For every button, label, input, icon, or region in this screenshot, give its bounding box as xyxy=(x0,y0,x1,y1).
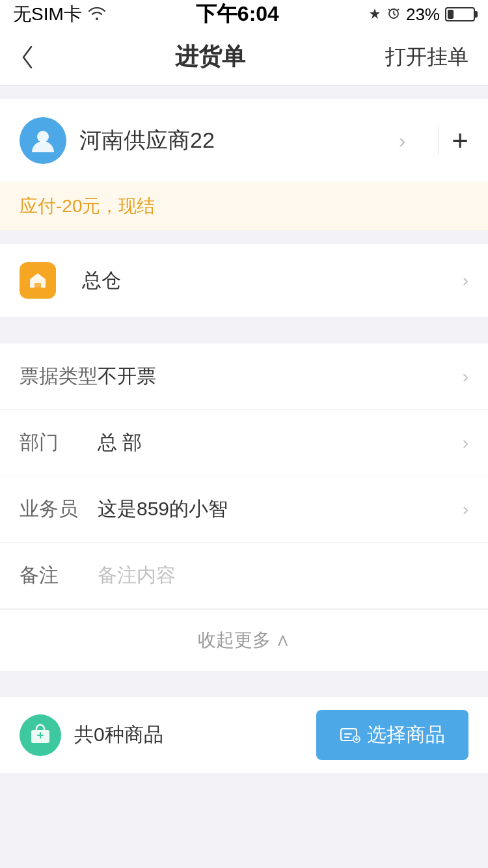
notice-banner: 应付-20元，现结 xyxy=(0,182,488,231)
warehouse-chevron-icon: › xyxy=(463,270,468,291)
status-left: 无SIM卡 xyxy=(13,2,107,27)
location-icon xyxy=(368,5,381,25)
carrier-label: 无SIM卡 xyxy=(13,2,82,27)
salesperson-label: 业务员 xyxy=(20,496,98,522)
department-row[interactable]: 部门 总 部 › xyxy=(0,410,488,476)
wifi-icon xyxy=(87,4,107,25)
time-label: 下午6:04 xyxy=(196,0,279,29)
battery-icon xyxy=(445,7,475,21)
remarks-label: 备注 xyxy=(20,562,98,589)
select-product-label: 选择商品 xyxy=(367,722,445,748)
product-icon xyxy=(20,714,61,756)
salesperson-row[interactable]: 业务员 这是859的小智 › xyxy=(0,476,488,543)
vertical-divider xyxy=(438,126,439,155)
invoice-type-row[interactable]: 票据类型 不开票 › xyxy=(0,344,488,410)
supplier-avatar xyxy=(20,117,66,164)
department-chevron-icon: › xyxy=(463,433,468,454)
open-pending-button[interactable]: 打开挂单 xyxy=(385,43,468,72)
warehouse-icon xyxy=(20,262,56,299)
collapse-button[interactable]: 收起更多 ∧ xyxy=(0,609,488,671)
supplier-chevron-icon: › xyxy=(399,129,406,153)
section-gap-4 xyxy=(0,671,488,684)
svg-rect-2 xyxy=(34,283,41,288)
warehouse-row[interactable]: 总仓 › xyxy=(0,244,488,318)
bottom-bar: 共0种商品 选择商品 xyxy=(0,697,488,773)
section-gap-1 xyxy=(0,86,488,99)
remarks-row[interactable]: 备注 备注内容 xyxy=(0,543,488,609)
department-value: 总 部 xyxy=(98,429,463,456)
department-label: 部门 xyxy=(20,429,98,456)
remarks-input[interactable]: 备注内容 xyxy=(98,562,468,589)
product-count-label: 共0种商品 xyxy=(74,722,316,748)
page-title: 进货单 xyxy=(175,41,245,73)
add-supplier-button[interactable]: + xyxy=(452,124,468,157)
salesperson-chevron-icon: › xyxy=(463,499,468,520)
supplier-row[interactable]: 河南供应商22 › + xyxy=(0,99,488,182)
svg-point-1 xyxy=(37,131,49,142)
salesperson-value: 这是859的小智 xyxy=(98,496,463,522)
status-right: 23% xyxy=(368,5,475,25)
invoice-type-value: 不开票 xyxy=(98,363,463,390)
section-gap-3 xyxy=(0,318,488,331)
select-product-button[interactable]: 选择商品 xyxy=(316,710,468,760)
invoice-type-chevron-icon: › xyxy=(463,366,468,387)
nav-bar: 进货单 打开挂单 xyxy=(0,29,488,86)
section-gap-2 xyxy=(0,231,488,244)
form-section: 票据类型 不开票 › 部门 总 部 › 业务员 这是859的小智 › 备注 备注… xyxy=(0,344,488,671)
notice-text: 应付-20元，现结 xyxy=(20,196,155,216)
supplier-section: 河南供应商22 › + 应付-20元，现结 xyxy=(0,99,488,231)
warehouse-name: 总仓 xyxy=(82,267,463,294)
battery-percent: 23% xyxy=(406,5,440,25)
supplier-name: 河南供应商22 xyxy=(79,126,399,156)
back-button[interactable] xyxy=(20,44,35,70)
invoice-type-label: 票据类型 xyxy=(20,363,98,390)
status-bar: 无SIM卡 下午6:04 23% xyxy=(0,0,488,29)
main-background xyxy=(0,773,488,868)
alarm-icon xyxy=(386,5,401,25)
